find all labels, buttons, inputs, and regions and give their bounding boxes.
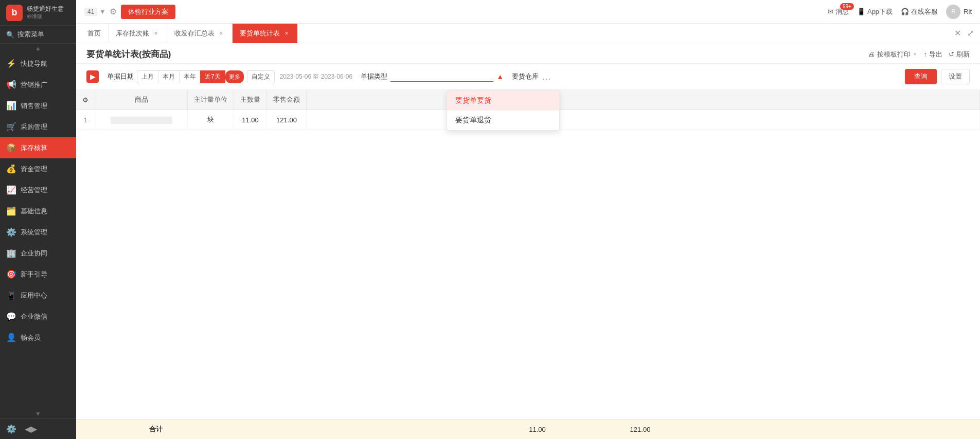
tab-batch-voucher[interactable]: 库存批次账 × [109, 24, 167, 43]
page-content: 要货单统计表(按商品) 🖨 按模板打印 ▼ ↑ 导出 ↺ 刷新 ▶ [76, 43, 980, 439]
warehouse-filter-group: 要货仓库 … [512, 72, 551, 81]
tab-order-stats[interactable]: 要货单统计表 × [233, 24, 298, 43]
scroll-up[interactable]: ▲ [0, 44, 76, 53]
quick-nav-icon: ⚡ [6, 59, 16, 68]
tabs-bar: 首页 库存批次账 × 收发存汇总表 × 要货单统计表 × ✕ ⤢ [76, 24, 980, 43]
col-product-header: 商品 [95, 90, 188, 110]
close-tab-receipt-summary[interactable]: × [218, 30, 225, 37]
col-extra [307, 90, 980, 110]
headset-icon: 🎧 [901, 8, 909, 15]
tab-receipt-summary[interactable]: 收发存汇总表 × [167, 24, 233, 43]
message-button[interactable]: ✉ 消息 99+ [828, 7, 849, 16]
sidebar-item-operations[interactable]: 📈 经营管理 [0, 179, 76, 200]
enterprise-icon: 🏢 [6, 248, 16, 258]
online-service-button[interactable]: 🎧 在线客服 [901, 7, 938, 16]
main-content: 41 ▼ ⚙ 体验行业方案 ✉ 消息 99+ 📱 App下载 🎧 在线客服 [76, 0, 980, 439]
company-selector[interactable]: 41 ▼ [84, 8, 105, 16]
query-button[interactable]: 查询 [905, 69, 937, 84]
guide-icon: 🎯 [6, 269, 16, 279]
print-icon: 🖨 [868, 50, 875, 58]
app-download-button[interactable]: 📱 App下载 [857, 7, 893, 16]
trial-button[interactable]: 体验行业方案 [121, 5, 175, 19]
export-button[interactable]: ↑ 导出 [924, 50, 943, 59]
col-settings[interactable]: ⚙ [76, 90, 95, 110]
print-template-button[interactable]: 🖨 按模板打印 ▼ [868, 50, 918, 59]
sidebar-logo: b 畅捷通好生意 标准版 [0, 0, 76, 26]
doc-type-input[interactable] [390, 71, 493, 82]
marketing-icon: 📢 [6, 80, 16, 89]
topbar: 41 ▼ ⚙ 体验行业方案 ✉ 消息 99+ 📱 App下载 🎧 在线客服 [76, 0, 980, 24]
table-footer: 合计 11.00 121.00 [76, 419, 980, 439]
cell-product [95, 110, 188, 130]
sidebar-item-system[interactable]: ⚙️ 系统管理 [0, 222, 76, 243]
settings-icon: ⚙ [82, 96, 88, 104]
tabs-actions: ✕ ⤢ [952, 26, 976, 40]
settings-button[interactable]: 设置 [941, 69, 970, 84]
export-icon: ↑ [924, 50, 928, 58]
close-tab-batch-voucher[interactable]: × [152, 30, 159, 37]
refresh-button[interactable]: ↺ 刷新 [949, 50, 970, 59]
sidebar-item-basic-info[interactable]: 🗂️ 基础信息 [0, 200, 76, 222]
filter-bar: ▶ 单据日期 上月 本月 本年 近7天 更多 自定义 2023-05-06 至 … [76, 64, 980, 90]
topbar-left: 41 ▼ ⚙ 体验行业方案 [84, 5, 822, 19]
topbar-gear-icon[interactable]: ⚙ [110, 7, 117, 16]
cell-price: 121.00 [267, 110, 307, 130]
avatar: R [946, 5, 960, 19]
doc-type-dropdown: 要货单要货 要货单退货 [447, 90, 560, 131]
sidebar-item-wechat-biz[interactable]: 💬 企业微信 [0, 306, 76, 327]
this-month-btn[interactable]: 本月 [158, 70, 179, 83]
app-center-icon: 📱 [6, 290, 16, 300]
tab-home[interactable]: 首页 [80, 24, 109, 43]
mobile-icon: 📱 [857, 8, 865, 15]
sidebar-item-inventory[interactable]: 📦 库存核算 [0, 137, 76, 158]
user-area[interactable]: R Rit [946, 5, 972, 19]
maximize-button[interactable]: ⤢ [965, 26, 976, 40]
sidebar-item-member[interactable]: 👤 畅会员 [0, 327, 76, 348]
cell-qty: 11.00 [234, 110, 267, 130]
this-year-btn[interactable]: 本年 [179, 70, 200, 83]
sidebar-footer: ⚙️ ◀▶ [0, 418, 76, 439]
table-container: ⚙ 商品 主计量单位 主数量 零 [76, 90, 980, 419]
system-icon: ⚙️ [6, 227, 16, 237]
date-filter-group: 单据日期 上月 本月 本年 近7天 更多 自定义 2023-05-06 至 20… [107, 70, 352, 83]
product-placeholder [111, 117, 172, 124]
sidebar-item-guide[interactable]: 🎯 新手引导 [0, 264, 76, 285]
recent-7days-btn[interactable]: 近7天 [200, 70, 225, 83]
table-area: ⚙ 商品 主计量单位 主数量 零 [76, 90, 980, 439]
sidebar-item-enterprise[interactable]: 🏢 企业协同 [0, 243, 76, 264]
doc-type-filter-group: 单据类型 ▲ [361, 71, 504, 82]
warehouse-more-icon[interactable]: … [542, 72, 551, 81]
col-price-header: 零售金额 [267, 90, 307, 110]
topbar-right: ✉ 消息 99+ 📱 App下载 🎧 在线客服 R Rit [828, 5, 972, 19]
search-menu[interactable]: 🔍 搜索菜单 [0, 26, 76, 44]
cell-unit: 块 [188, 110, 234, 130]
sidebar-item-marketing[interactable]: 📢 营销推广 [0, 74, 76, 95]
basic-info-icon: 🗂️ [6, 206, 16, 216]
close-all-tabs-button[interactable]: ✕ [952, 26, 963, 40]
filter-expand-button[interactable]: ▶ [86, 70, 99, 83]
dropdown-item-order[interactable]: 要货单要货 [447, 91, 559, 111]
page-actions: 🖨 按模板打印 ▼ ↑ 导出 ↺ 刷新 [868, 50, 970, 59]
cell-extra [307, 110, 980, 130]
dropdown-item-return[interactable]: 要货单退货 [447, 111, 559, 130]
collapse-button[interactable]: ◀▶ [25, 424, 37, 434]
custom-date-btn[interactable]: 自定义 [247, 70, 275, 83]
sidebar-item-purchase[interactable]: 🛒 采购管理 [0, 116, 76, 137]
settings-footer-button[interactable]: ⚙️ [6, 424, 16, 434]
col-qty-header: 主数量 [234, 90, 267, 110]
wechat-biz-icon: 💬 [6, 312, 16, 321]
sidebar-item-quick-nav[interactable]: ⚡ 快捷导航 [0, 53, 76, 74]
page-header: 要货单统计表(按商品) 🖨 按模板打印 ▼ ↑ 导出 ↺ 刷新 [76, 43, 980, 64]
search-icon: 🔍 [6, 31, 14, 39]
refresh-icon: ↺ [949, 50, 954, 58]
sales-icon: 📊 [6, 101, 16, 111]
close-tab-order-stats[interactable]: × [283, 30, 290, 37]
more-dates-btn[interactable]: 更多 [225, 70, 244, 83]
last-month-btn[interactable]: 上月 [137, 70, 158, 83]
chevron-down-icon: ▼ [913, 51, 918, 57]
sidebar-item-sales[interactable]: 📊 销售管理 [0, 95, 76, 116]
sidebar-item-finance[interactable]: 💰 资金管理 [0, 158, 76, 179]
doc-type-caret-icon[interactable]: ▲ [496, 72, 504, 81]
scroll-down[interactable]: ▼ [0, 409, 76, 418]
sidebar-item-app-center[interactable]: 📱 应用中心 [0, 285, 76, 306]
